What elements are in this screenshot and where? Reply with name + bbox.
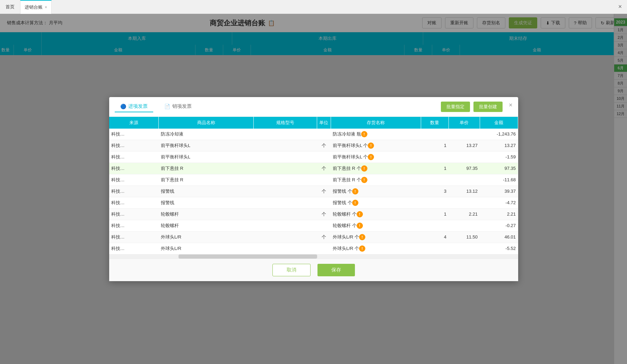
tab-income-label: 进项发票 <box>128 103 148 110</box>
main-area: 销售成本计算方法： 月平均 商贸企业进销台账 📋 对账 重新开账 存货别名 生成… <box>0 14 627 364</box>
cell-amount: -1,243.76 <box>480 129 518 140</box>
cell-amount: 39.37 <box>480 185 518 197</box>
cell-qty <box>421 243 449 254</box>
table-row[interactable]: 科技…报警线个报警线 个!313.1239.37 <box>109 185 518 197</box>
cell-inventory: 报警线 个! <box>331 185 421 197</box>
cancel-button[interactable]: 取消 <box>272 264 311 276</box>
cell-source: 科技… <box>109 243 159 254</box>
cell-source: 科技… <box>109 197 159 208</box>
table-row[interactable]: 科技…前平衡杆球头L个前平衡杆球头L 个!113.2713.27 <box>109 140 518 151</box>
tab-sales-label: 销项发票 <box>172 103 192 110</box>
cell-unit-price: 97.35 <box>449 163 480 174</box>
cell-unit: 个 <box>317 163 331 174</box>
tab-income-invoice[interactable]: 🔵 进项发票 <box>115 101 153 112</box>
col-inventory-name: 存货名称 <box>331 117 421 129</box>
cell-qty: 1 <box>421 163 449 174</box>
invoice-table: 来源 商品名称 规格型号 单位 存货名称 数量 单价 金额 科技…防冻冷却液防冻… <box>109 117 518 254</box>
table-row[interactable]: 科技…前平衡杆球头L前平衡杆球头L 个!-1.59 <box>109 151 518 163</box>
cell-amount: -4.72 <box>480 197 518 208</box>
tab-home[interactable]: 首页 <box>0 0 20 14</box>
cell-unit-price: 13.12 <box>449 185 480 197</box>
table-row[interactable]: 科技…轮毂螺杆轮毂螺杆 个!-0.27 <box>109 220 518 231</box>
batch-create-button[interactable]: 批量创建 <box>473 102 503 112</box>
cell-unit: 个 <box>317 140 331 151</box>
cell-inventory: 前平衡杆球头L 个! <box>331 140 421 151</box>
modal-close-icon[interactable]: × <box>509 102 513 112</box>
cell-unit-price <box>449 220 480 231</box>
cell-unit-price <box>449 129 480 140</box>
cell-source: 科技… <box>109 129 159 140</box>
cell-amount: 97.35 <box>480 163 518 174</box>
window-close-button[interactable]: × <box>613 0 627 14</box>
cell-spec <box>253 151 317 163</box>
cell-unit-price <box>449 197 480 208</box>
table-row[interactable]: 科技…防冻冷却液防冻冷却液 瓶!-1,243.76 <box>109 129 518 140</box>
tab-close-icon[interactable]: × <box>45 5 47 10</box>
warn-icon: ! <box>357 223 363 229</box>
cell-amount: 13.27 <box>480 140 518 151</box>
tab-active[interactable]: 进销台账 × <box>20 0 52 14</box>
warn-icon: ! <box>361 177 367 183</box>
cell-inventory: 前平衡杆球头L 个! <box>331 151 421 163</box>
cell-spec <box>253 185 317 197</box>
horizontal-scrollbar[interactable] <box>109 254 518 259</box>
cell-unit: 个 <box>317 185 331 197</box>
cell-product-name: 前平衡杆球头L <box>159 140 253 151</box>
cell-product-name: 外球头L/R <box>159 243 253 254</box>
table-row[interactable]: 科技…外球头L/R外球头L/R 个!-5.52 <box>109 243 518 254</box>
cell-product-name: 报警线 <box>159 185 253 197</box>
cell-spec <box>253 243 317 254</box>
cell-amount: -1.59 <box>480 151 518 163</box>
cell-product-name: 报警线 <box>159 197 253 208</box>
warn-icon: ! <box>357 211 363 217</box>
batch-assign-button[interactable]: 批量指定 <box>441 102 470 112</box>
modal-header: 🔵 进项发票 📄 销项发票 批量指定 批量创建 × <box>109 97 518 117</box>
cell-qty <box>421 220 449 231</box>
table-row[interactable]: 科技…外球头L/R个外球头L/R 个!411.5046.01 <box>109 231 518 243</box>
cell-inventory: 外球头L/R 个! <box>331 243 421 254</box>
col-unit: 单位 <box>317 117 331 129</box>
warn-icon: ! <box>352 200 358 206</box>
cell-unit <box>317 129 331 140</box>
warn-icon: ! <box>361 131 367 137</box>
invoice-tbody: 科技…防冻冷却液防冻冷却液 瓶!-1,243.76科技…前平衡杆球头L个前平衡杆… <box>109 129 518 254</box>
cell-spec <box>253 220 317 231</box>
cell-qty <box>421 197 449 208</box>
cell-unit: 个 <box>317 208 331 220</box>
modal-dialog: 🔵 进项发票 📄 销项发票 批量指定 批量创建 × <box>109 97 518 281</box>
col-spec: 规格型号 <box>253 117 317 129</box>
cell-amount: -5.52 <box>480 243 518 254</box>
cell-spec <box>253 129 317 140</box>
cell-qty: 4 <box>421 231 449 243</box>
col-product-name: 商品名称 <box>159 117 253 129</box>
cell-inventory: 前下悬挂 R 个! <box>331 174 421 185</box>
modal-overlay: 🔵 进项发票 📄 销项发票 批量指定 批量创建 × <box>0 14 627 364</box>
cell-product-name: 轮毂螺杆 <box>159 220 253 231</box>
cell-source: 科技… <box>109 220 159 231</box>
tab-sales-invoice[interactable]: 📄 销项发票 <box>159 101 197 112</box>
table-row[interactable]: 科技…前下悬挂 R个前下悬挂 R 个!197.3597.35 <box>109 163 518 174</box>
cell-amount: 46.01 <box>480 231 518 243</box>
cell-inventory: 外球头L/R 个! <box>331 231 421 243</box>
warn-icon: ! <box>368 142 374 149</box>
table-row[interactable]: 科技…前下悬挂 R前下悬挂 R 个!-11.68 <box>109 174 518 185</box>
cell-source: 科技… <box>109 185 159 197</box>
cell-product-name: 前平衡杆球头L <box>159 151 253 163</box>
tab-income-icon: 🔵 <box>120 104 126 109</box>
cell-source: 科技… <box>109 174 159 185</box>
save-button[interactable]: 保存 <box>317 264 355 276</box>
cell-product-name: 防冻冷却液 <box>159 129 253 140</box>
warn-icon: ! <box>352 188 358 194</box>
cell-inventory: 报警线 个! <box>331 197 421 208</box>
cell-inventory: 轮毂螺杆 个! <box>331 208 421 220</box>
cell-source: 科技… <box>109 231 159 243</box>
tab-sales-icon: 📄 <box>164 104 170 109</box>
modal-footer: 取消 保存 <box>109 259 518 281</box>
cell-source: 科技… <box>109 163 159 174</box>
table-row[interactable]: 科技…轮毂螺杆个轮毂螺杆 个!12.212.21 <box>109 208 518 220</box>
table-row[interactable]: 科技…报警线报警线 个!-4.72 <box>109 197 518 208</box>
cell-qty: 3 <box>421 185 449 197</box>
h-scroll-thumb[interactable] <box>178 254 317 259</box>
cell-product-name: 前下悬挂 R <box>159 174 253 185</box>
cell-unit-price <box>449 174 480 185</box>
